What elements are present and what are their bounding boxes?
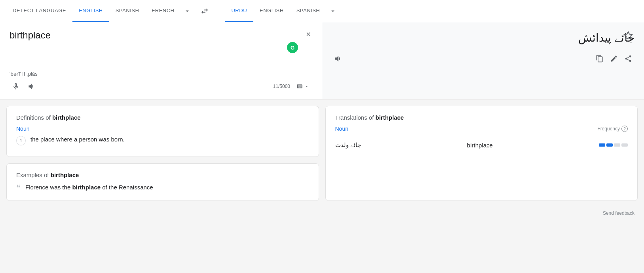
cards-area: Definitions of birthplace Noun 1 the pla…	[0, 99, 644, 207]
target-more-languages[interactable]	[326, 0, 340, 22]
examples-title: Examples of birthplace	[16, 172, 309, 178]
target-panel: جائے پیدائش	[322, 22, 644, 99]
source-input[interactable]: birthplace	[9, 29, 312, 68]
definitions-title: Definitions of birthplace	[16, 114, 309, 121]
freq-bar-1	[599, 143, 605, 147]
share-translation-button[interactable]	[622, 52, 635, 65]
right-cards: Translations of birthplace Noun Frequenc…	[325, 106, 638, 201]
example-text: Florence was the birthplace of the Renai…	[25, 183, 153, 192]
freq-bar-2	[606, 143, 613, 147]
target-actions	[593, 52, 635, 65]
freq-bar-3	[614, 143, 620, 147]
freq-bar-4	[621, 143, 628, 147]
grammarly-button[interactable]: G	[287, 42, 298, 53]
target-language-tabs: URDU ENGLISH SPANISH	[225, 0, 340, 22]
tab-french-source[interactable]: FRENCH	[145, 0, 180, 22]
send-feedback-link[interactable]: Send feedback	[603, 210, 635, 216]
swap-languages-button[interactable]	[200, 7, 209, 15]
source-more-languages[interactable]	[180, 0, 194, 22]
tab-bar: DETECT LANGUAGE ENGLISH SPANISH FRENCH U…	[0, 0, 644, 22]
tab-urdu-target[interactable]: URDU	[225, 0, 253, 22]
left-cards: Definitions of birthplace Noun 1 the pla…	[6, 106, 319, 201]
definition-text: the place where a person was born.	[30, 135, 125, 144]
feedback-bar: Send feedback	[0, 207, 644, 219]
definition-item: 1 the place where a person was born.	[16, 135, 309, 145]
source-footer: 11/5000	[9, 80, 312, 93]
star-button[interactable]	[622, 29, 635, 42]
definitions-pos: Noun	[16, 126, 309, 132]
definitions-card: Definitions of birthplace Noun 1 the pla…	[6, 106, 319, 157]
frequency-label: Frequency	[597, 126, 620, 132]
examples-card: Examples of birthplace ❝ Florence was th…	[6, 163, 319, 201]
translation-output: جائے پیدائش	[332, 29, 635, 46]
tab-spanish-target[interactable]: SPANISH	[290, 0, 327, 22]
listen-target-button[interactable]	[332, 52, 345, 65]
translations-title: Translations of birthplace	[335, 114, 628, 121]
translation-row: جائے ولدت birthplace	[335, 138, 628, 152]
target-footer	[332, 52, 635, 65]
translation-urdu-text: جائے ولدت	[335, 141, 361, 149]
tab-english-source[interactable]: ENGLISH	[72, 0, 109, 22]
translations-pos: Noun	[335, 126, 348, 132]
quote-icon: ❝	[16, 183, 21, 193]
listen-source-button[interactable]	[25, 80, 38, 93]
clear-button[interactable]: ×	[304, 29, 312, 40]
source-language-tabs: DETECT LANGUAGE ENGLISH SPANISH FRENCH	[6, 0, 194, 22]
char-count: 11/5000	[273, 84, 290, 89]
tab-english-target[interactable]: ENGLISH	[253, 0, 290, 22]
example-item: ❝ Florence was the birthplace of the Ren…	[16, 183, 309, 193]
translation-area: birthplace × G 'bərTH ˌplās 11/5000	[0, 22, 644, 99]
source-panel: birthplace × G 'bərTH ˌplās 11/5000	[0, 22, 322, 99]
translations-card: Translations of birthplace Noun Frequenc…	[325, 106, 638, 201]
tab-detect-language[interactable]: DETECT LANGUAGE	[6, 0, 72, 22]
definition-number: 1	[16, 136, 26, 145]
mic-button[interactable]	[9, 80, 22, 93]
keyboard-button[interactable]	[293, 82, 312, 91]
frequency-bars	[599, 143, 628, 147]
frequency-header: Frequency ?	[597, 126, 628, 132]
translation-english-text: birthplace	[467, 142, 493, 149]
source-actions	[9, 80, 38, 93]
phonetic-text: 'bərTH ˌplās	[9, 71, 312, 77]
frequency-help-icon[interactable]: ?	[621, 126, 628, 132]
copy-translation-button[interactable]	[593, 52, 606, 65]
tab-spanish-source[interactable]: SPANISH	[109, 0, 146, 22]
edit-translation-button[interactable]	[608, 52, 620, 65]
